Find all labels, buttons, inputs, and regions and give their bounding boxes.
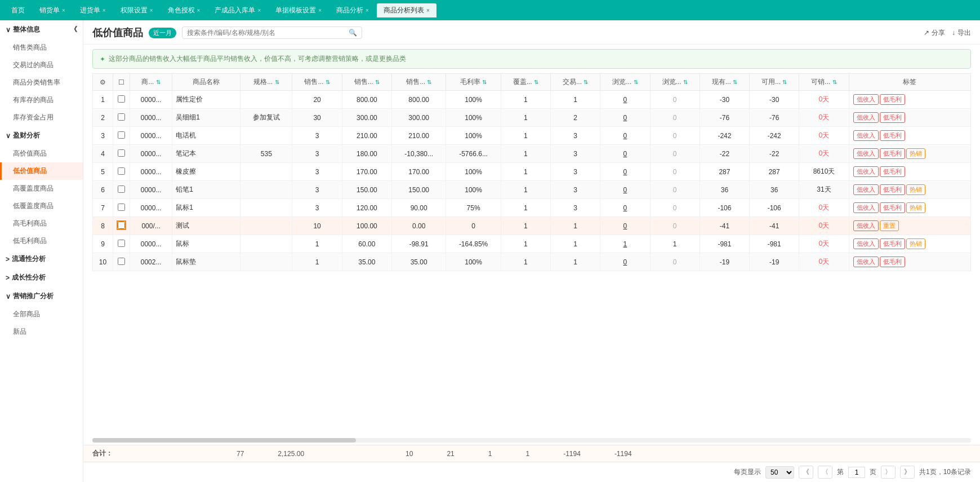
page-size-select[interactable]: 50 100 200 <box>765 466 794 479</box>
sidebar-item-high-coverage[interactable]: 高覆盖度商品 <box>0 180 83 197</box>
search-input[interactable] <box>187 29 345 37</box>
sidebar-item-low-margin[interactable]: 低毛利商品 <box>0 232 83 250</box>
close-product-analysis-list-icon[interactable]: × <box>426 7 430 14</box>
cell-trade: 1 <box>551 217 600 235</box>
cell-browse1[interactable]: 0 <box>600 181 650 199</box>
prev-page-button[interactable]: 〈 <box>818 466 832 479</box>
col-cover[interactable]: 覆盖... ⇅ <box>501 74 550 91</box>
cell-checkbox[interactable] <box>113 181 130 199</box>
col-stock[interactable]: 现有... ⇅ <box>700 74 749 91</box>
col-checkbox[interactable]: ☐ <box>113 74 130 91</box>
footer-sale1: 2,125.00 <box>278 450 304 458</box>
cell-name: 电话机 <box>172 127 240 145</box>
cell-checkbox[interactable] <box>113 163 130 181</box>
col-gross[interactable]: 毛利率 ⇅ <box>446 74 501 91</box>
cell-checkbox[interactable] <box>113 109 130 127</box>
nav-purchase-order[interactable]: 进货单 × <box>73 3 113 17</box>
cell-checkbox[interactable] <box>113 235 130 253</box>
col-sale2[interactable]: 销售... ⇅ <box>342 74 391 91</box>
sidebar-item-high-value[interactable]: 高价值商品 <box>0 145 83 162</box>
sidebar-section-overall[interactable]: ∨ 整体信息 《 <box>0 20 83 39</box>
cell-checkbox[interactable] <box>113 127 130 145</box>
cell-checkbox[interactable] <box>113 253 130 271</box>
time-filter-tag[interactable]: 近一月 <box>149 28 176 38</box>
cell-browse1[interactable]: 1 <box>600 235 650 253</box>
sidebar-section-liquidity[interactable]: > 流通性分析 <box>0 250 83 268</box>
sidebar-section-growth[interactable]: > 成长性分析 <box>0 268 83 287</box>
page-number-input[interactable] <box>848 467 865 478</box>
sidebar-section-profit[interactable]: ∨ 盈财分析 <box>0 126 83 145</box>
close-product-analysis-icon[interactable]: × <box>366 7 369 14</box>
cell-browse1[interactable]: 0 <box>600 163 650 181</box>
nav-template[interactable]: 单据模板设置 × <box>269 3 328 17</box>
cell-checkbox[interactable] <box>113 199 130 217</box>
nav-home[interactable]: 首页 <box>5 3 32 17</box>
cell-sellable: 0天 <box>799 127 849 145</box>
col-sale3[interactable]: 销售... ⇅ <box>392 74 446 91</box>
nav-product-analysis-list[interactable]: 商品分析列表 × <box>377 3 436 17</box>
col-trade[interactable]: 交易... ⇅ <box>551 74 600 91</box>
nav-sales-order[interactable]: 销货单 × <box>33 3 72 17</box>
sidebar-item-category-sales-rate[interactable]: 商品分类销售率 <box>0 74 83 91</box>
col-avail[interactable]: 可用... ⇅ <box>750 74 799 91</box>
cell-sellable: 8610天 <box>799 163 849 181</box>
sidebar-item-traded-products[interactable]: 交易过的商品 <box>0 56 83 74</box>
cell-browse1[interactable]: 0 <box>600 145 650 163</box>
close-permissions-icon[interactable]: × <box>150 7 153 14</box>
cell-checkbox[interactable] <box>113 145 130 163</box>
cell-sale3: 100% <box>446 181 501 199</box>
collapse-overall-icon[interactable]: 《 <box>70 25 77 34</box>
sidebar-item-high-margin[interactable]: 高毛利商品 <box>0 215 83 232</box>
cell-browse1[interactable]: 0 <box>600 91 650 109</box>
close-template-icon[interactable]: × <box>318 7 322 14</box>
cell-sale2: 800.00 <box>392 91 446 109</box>
sidebar-item-inventory-funds[interactable]: 库存资金占用 <box>0 109 83 126</box>
nav-permissions[interactable]: 权限设置 × <box>114 3 160 17</box>
search-icon[interactable]: 🔍 <box>349 29 357 37</box>
cell-cover: 1 <box>501 127 550 145</box>
cell-checkbox[interactable] <box>113 217 130 235</box>
cell-avail: 36 <box>750 181 799 199</box>
cell-sale3: 75% <box>446 199 501 217</box>
cell-browse1[interactable]: 0 <box>600 109 650 127</box>
cell-browse1[interactable]: 0 <box>600 199 650 217</box>
col-browse2[interactable]: 浏览... ⇅ <box>650 74 700 91</box>
col-code[interactable]: 商... ⇅ <box>130 74 172 91</box>
table-row: 6 0000... 铅笔1 3 150.00 150.00 100% 1 3 0… <box>93 181 971 199</box>
col-sale1[interactable]: 销售... ⇅ <box>292 74 342 91</box>
nav-product-analysis[interactable]: 商品分析 × <box>329 3 376 17</box>
sidebar-item-new-products[interactable]: 新品 <box>0 323 83 341</box>
sidebar-item-low-coverage[interactable]: 低覆盖度商品 <box>0 197 83 215</box>
cell-browse1[interactable]: 0 <box>600 127 650 145</box>
cell-checkbox[interactable] <box>113 91 130 109</box>
close-product-in-icon[interactable]: × <box>257 7 261 14</box>
next-page-button[interactable]: 〉 <box>881 466 896 479</box>
cell-no: 5 <box>93 163 113 181</box>
first-page-button[interactable]: 《 <box>799 466 813 479</box>
share-button[interactable]: ↗ 分享 <box>924 28 945 38</box>
sidebar-item-in-stock-products[interactable]: 有库存的商品 <box>0 91 83 109</box>
horizontal-scrollbar[interactable] <box>92 438 971 443</box>
col-sellable[interactable]: 可销... ⇅ <box>799 74 849 91</box>
scrollbar-thumb[interactable] <box>92 438 356 443</box>
cell-code: 0000... <box>130 235 172 253</box>
cell-sale3: 100% <box>446 253 501 271</box>
sidebar-item-low-value[interactable]: 低价值商品 <box>0 162 83 180</box>
close-role-auth-icon[interactable]: × <box>197 7 201 14</box>
col-settings[interactable]: ⚙ <box>93 74 113 91</box>
nav-role-auth[interactable]: 角色授权 × <box>161 3 207 17</box>
col-spec[interactable]: 规格... ⇅ <box>240 74 292 91</box>
export-button[interactable]: ↓ 导出 <box>952 28 971 38</box>
nav-product-in[interactable]: 产成品入库单 × <box>208 3 268 17</box>
close-purchase-order-icon[interactable]: × <box>103 7 106 14</box>
table-row: 10 0002... 鼠标垫 1 35.00 35.00 100% 1 1 0 … <box>93 253 971 271</box>
last-page-button[interactable]: 》 <box>900 466 915 479</box>
cell-browse1[interactable]: 0 <box>600 217 650 235</box>
sidebar-item-all-products[interactable]: 全部商品 <box>0 306 83 323</box>
sidebar-item-sales-products[interactable]: 销售类商品 <box>0 39 83 56</box>
cell-name: 鼠标 <box>172 235 240 253</box>
sidebar-section-marketing[interactable]: ∨ 营销推广分析 <box>0 287 83 306</box>
cell-browse1[interactable]: 0 <box>600 253 650 271</box>
col-browse1[interactable]: 浏览... ⇅ <box>600 74 650 91</box>
close-sales-order-icon[interactable]: × <box>62 7 65 14</box>
